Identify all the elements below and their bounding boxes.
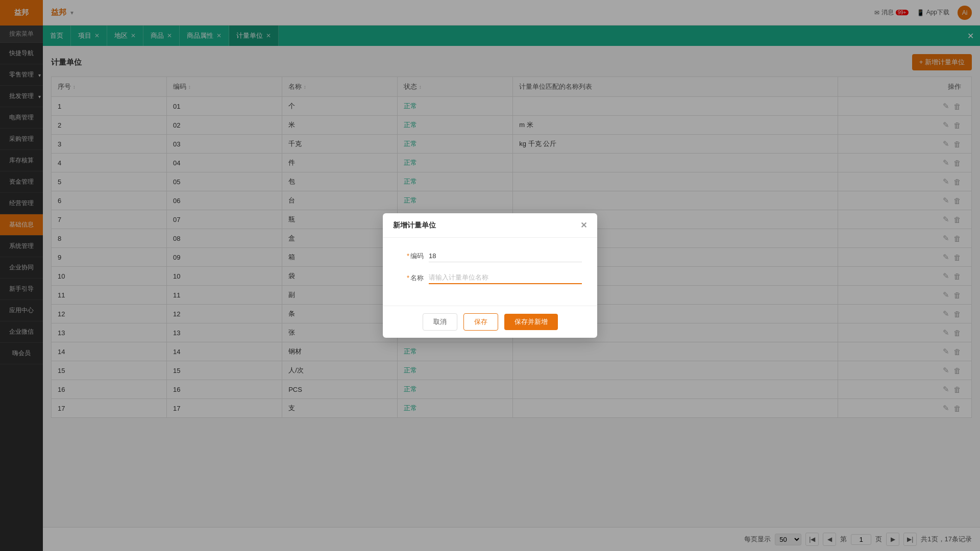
name-input[interactable]: [429, 271, 582, 284]
modal-overlay: 新增计量单位 ✕ *编码 18 *名称 取消 保存 保存并新增: [0, 0, 980, 551]
modal-body: *编码 18 *名称: [383, 238, 597, 306]
modal-header: 新增计量单位 ✕: [383, 213, 597, 238]
name-label: *名称: [398, 273, 424, 283]
modal-close-button[interactable]: ✕: [580, 220, 587, 230]
modal-footer: 取消 保存 保存并新增: [383, 306, 597, 338]
code-label: *编码: [398, 252, 424, 261]
save-button[interactable]: 保存: [463, 313, 498, 331]
add-unit-modal: 新增计量单位 ✕ *编码 18 *名称 取消 保存 保存并新增: [383, 213, 597, 338]
save-and-new-button[interactable]: 保存并新增: [504, 314, 558, 330]
cancel-button[interactable]: 取消: [423, 313, 457, 331]
form-row-name: *名称: [398, 271, 582, 284]
modal-title: 新增计量单位: [393, 221, 436, 230]
code-input[interactable]: 18: [429, 250, 582, 262]
form-row-code: *编码 18: [398, 250, 582, 262]
